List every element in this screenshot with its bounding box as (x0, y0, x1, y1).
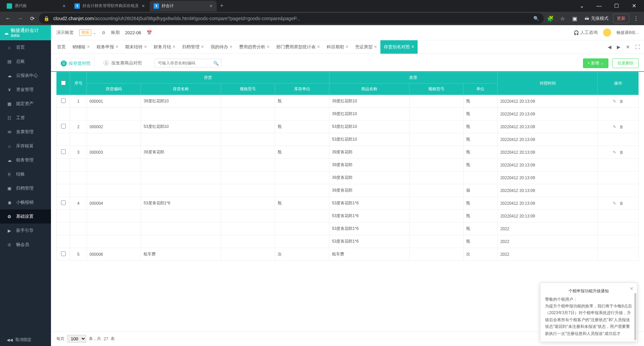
edit-icon[interactable]: ✎ (613, 125, 616, 129)
page-tab[interactable]: 税务申报✕ (93, 40, 122, 54)
delete-icon[interactable]: 🗑 (620, 150, 624, 155)
close-icon[interactable]: ✕ (201, 45, 204, 49)
bookmark-icon[interactable]: ☆ (557, 13, 568, 24)
row-checkbox[interactable] (61, 251, 66, 256)
page-tab[interactable]: 首页 (54, 40, 69, 54)
close-icon[interactable]: ✕ (374, 45, 377, 49)
sidebar-item[interactable]: ⎘结账 (0, 167, 51, 181)
close-icon[interactable]: ✕ (317, 45, 320, 49)
tabs-fullscreen-button[interactable]: ⛶ (634, 43, 641, 51)
minimize-button[interactable]: — (592, 1, 606, 11)
close-button[interactable]: ✕ (627, 1, 641, 11)
row-checkbox[interactable] (61, 200, 66, 205)
page-tab[interactable]: 财务月结✕ (150, 40, 179, 54)
browser-tab-2[interactable]: ⬆ 好会计 ✕ (150, 1, 217, 11)
page-size-select[interactable]: 100 (67, 335, 86, 343)
unpin-button[interactable]: ◀◀ 取消固定 (0, 334, 51, 346)
edit-icon[interactable]: ✎ (613, 150, 616, 155)
close-icon[interactable]: ✕ (209, 4, 213, 8)
sidebar-item[interactable]: ☷工资 (0, 111, 51, 125)
sidebar-item[interactable]: ☁云报表中心 (0, 68, 51, 83)
close-icon[interactable]: ✕ (87, 45, 90, 49)
calendar-icon[interactable]: 📅 (147, 30, 152, 35)
support-link[interactable]: 🎧 人工咨询 (574, 30, 598, 36)
view-tab-stock[interactable]: ☰ 按存货对照 (56, 58, 95, 69)
sidebar-item[interactable]: ✉发票管理 (0, 125, 51, 139)
sidebar-item[interactable]: ☁税务管理 (0, 153, 51, 167)
close-icon[interactable]: ✕ (630, 285, 634, 293)
page-tab[interactable]: 存货别名对照✕ (380, 40, 418, 54)
unpin-label: 取消固定 (15, 337, 32, 343)
cell-gname: 39度青花郎 (329, 146, 409, 159)
scrollbar[interactable] (634, 293, 636, 340)
close-icon[interactable]: ✕ (172, 45, 175, 49)
page-tab[interactable]: 科目期初✕ (323, 40, 352, 54)
cell-gname: 53度青花郎1*6 (329, 223, 409, 235)
maximize-button[interactable]: ☐ (609, 1, 624, 11)
table-row: 2 000002 53度红花郎10 瓶 53度红花郎10 瓶 20220412 … (57, 120, 639, 133)
delete-icon[interactable]: 🗑 (620, 201, 624, 206)
tab-title: 好会计财务管理软件购买价格及 (83, 3, 139, 9)
sidebar-item[interactable]: ⚙基础设置 (0, 209, 51, 224)
close-icon[interactable]: ✕ (411, 45, 414, 49)
reload-button[interactable]: ⟳ (27, 13, 38, 24)
sidebar-item[interactable]: ▶新手引导 (0, 224, 51, 238)
close-icon[interactable]: ✕ (144, 45, 147, 49)
gear-icon[interactable]: ⚙ (102, 30, 106, 35)
close-icon[interactable]: ✕ (267, 45, 270, 49)
sidebar-item[interactable]: ◉小畅报销 (0, 195, 51, 209)
chevron-down-icon[interactable]: ⌄ (574, 1, 589, 11)
close-icon[interactable]: ✕ (115, 45, 118, 49)
update-button[interactable]: 更新 (613, 14, 629, 23)
tabs-close-button[interactable]: ✕ (625, 43, 631, 51)
select-all-checkbox[interactable] (61, 81, 66, 85)
sidebar-item[interactable]: ♔畅会员 (0, 238, 51, 252)
sidebar-item[interactable]: ▣归档管理 (0, 181, 51, 195)
close-icon[interactable]: ✕ (142, 4, 145, 8)
page-tab[interactable]: 销稽核✕ (69, 40, 93, 54)
add-button[interactable]: + 新增 ⌄ (583, 58, 608, 68)
chevron-down-icon[interactable]: ⌄ (93, 30, 96, 35)
row-checkbox[interactable] (61, 149, 66, 154)
page-tab[interactable]: 期末结转✕ (122, 40, 150, 54)
delete-icon[interactable]: 🗑 (620, 99, 624, 104)
close-icon[interactable]: ✕ (62, 4, 66, 8)
zoom-icon[interactable]: 🔍 (533, 16, 539, 21)
back-button[interactable]: ← (3, 13, 13, 24)
browser-tab-0[interactable]: 易代账 ✕ (3, 1, 70, 11)
forward-button[interactable]: → (15, 13, 25, 24)
batch-delete-button[interactable]: 批量删除 (612, 58, 639, 68)
page-tab[interactable]: 费用趋势分析✕ (236, 40, 273, 54)
sidebar-item[interactable]: ▤总账 (0, 54, 51, 68)
search-input[interactable] (154, 59, 221, 67)
page-tab[interactable]: 我的待办✕ (207, 40, 236, 54)
browser-tab-1[interactable]: ⬆ 好会计财务管理软件购买价格及 ✕ (70, 1, 149, 11)
cell-gname: 39度青花郎 (329, 159, 409, 171)
page-tab[interactable]: 归档管理✕ (179, 40, 207, 54)
new-tab-button[interactable]: + (217, 1, 226, 11)
row-checkbox[interactable] (61, 124, 66, 129)
delete-icon[interactable]: 🗑 (620, 125, 624, 129)
close-icon[interactable]: ✕ (345, 45, 348, 49)
extension-block-icon[interactable]: ▣ (569, 13, 580, 24)
menu-icon[interactable]: ⋮ (631, 13, 641, 24)
sidebar-item[interactable]: ¥资金管理 (0, 83, 51, 97)
edit-icon[interactable]: ✎ (613, 201, 616, 206)
close-icon[interactable]: ✕ (229, 45, 232, 49)
tabs-prev-button[interactable]: ◀ (606, 43, 613, 51)
sidebar-item[interactable]: ▦固定资产 (0, 97, 51, 111)
cell-time: 20220412 20:13:09 (497, 159, 598, 171)
sidebar-item-icon: ⎘ (7, 172, 12, 177)
edit-icon[interactable]: ✎ (613, 99, 616, 104)
address-bar[interactable]: 🔒 cloud2.chanjet.com/accounting/uh26t264… (39, 13, 544, 24)
tabs-next-button[interactable]: ▶ (615, 43, 622, 51)
sidebar-item[interactable]: ⌂首页 (0, 40, 51, 54)
avatar[interactable] (603, 29, 611, 37)
sidebar-item[interactable]: ⌂库存核算 (0, 139, 51, 153)
search-icon[interactable]: 🔍 (213, 61, 219, 66)
page-tab[interactable]: 部门费用类型统计表✕ (273, 40, 323, 54)
page-tab[interactable]: 凭证类型✕ (352, 40, 380, 54)
row-checkbox[interactable] (61, 98, 66, 103)
view-tab-invoice[interactable]: ☰ 按发票商品对照 (99, 58, 146, 68)
extensions-icon[interactable]: 🧩 (545, 13, 556, 24)
